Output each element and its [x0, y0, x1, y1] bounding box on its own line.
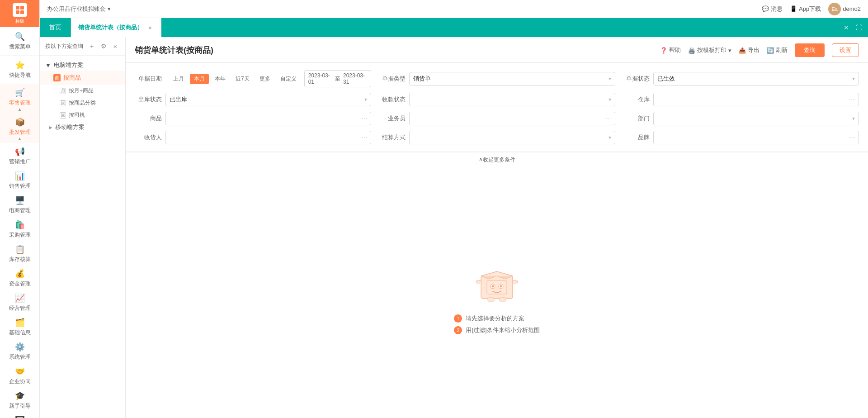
salesperson-more-icon[interactable]: ···: [605, 114, 611, 123]
date-week-btn[interactable]: 近7天: [231, 74, 254, 84]
message-btn[interactable]: 💬 消息: [762, 5, 783, 13]
date-end-value: 2023-03-31: [343, 72, 367, 85]
add-scheme-btn[interactable]: +: [87, 42, 96, 51]
sidebar-item-marketing[interactable]: 📢 营销推广: [0, 143, 40, 167]
sidebar-item-sales[interactable]: 📊 销售管理: [0, 167, 40, 192]
sidebar-inventory-label: 库存核算: [9, 256, 31, 263]
top-header: 办公用品行业模拟账套 ▾ 💬 消息 📱 App下载 Ea demo2: [40, 0, 868, 18]
date-range-input[interactable]: 2023-03-01 至 2023-03-31: [304, 70, 372, 87]
sidebar-basic-label: 基础信息: [9, 329, 31, 337]
doc-status-select[interactable]: 已生效 ▾: [653, 72, 859, 86]
goods-field: 商品 ···: [135, 112, 371, 125]
left-panel-title: 按以下方案查询: [45, 43, 85, 50]
warehouse-more-icon[interactable]: ···: [849, 95, 855, 104]
collapse-row[interactable]: ∧ 收起更多条件: [126, 152, 868, 167]
goods-more-icon[interactable]: ···: [361, 114, 367, 123]
settings-scheme-btn[interactable]: ⚙: [99, 42, 108, 51]
recipient-input[interactable]: ···: [165, 131, 371, 144]
tip1-num: 1: [454, 314, 462, 323]
sidebar-item-wholesale[interactable]: 📦 批发管理 ▲: [0, 114, 40, 143]
date-more-btn[interactable]: 更多: [255, 74, 274, 84]
sidebar-purchase-label: 采购管理: [9, 231, 31, 239]
sidebar-item-ecom[interactable]: 🖥️ 电商管理: [0, 192, 40, 216]
date-curr-btn[interactable]: 本月: [190, 74, 209, 84]
sidebar-item-purchase[interactable]: 🛍️ 采购管理: [0, 216, 40, 241]
sidebar-item-retail[interactable]: 🛒 零售管理 ▲: [0, 84, 40, 114]
tree-item-by-warehouse[interactable]: 回 按司机: [40, 109, 125, 121]
help-btn[interactable]: ❓ 帮助: [660, 46, 681, 54]
settings-button[interactable]: 设置: [832, 43, 859, 57]
brand-more-icon[interactable]: ···: [849, 133, 855, 142]
sidebar-item-apps[interactable]: 🔲 应用中心: [0, 412, 40, 418]
basic-icon: 🗂️: [15, 318, 25, 328]
export-label: 导出: [748, 46, 760, 54]
collapse-panel-btn[interactable]: «: [111, 42, 120, 51]
svg-rect-1: [20, 6, 24, 10]
settle-field: 结算方式 ▾: [378, 131, 615, 144]
date-prev-btn[interactable]: 上月: [169, 74, 188, 84]
goods-input-field[interactable]: [170, 115, 361, 122]
tab-home[interactable]: 首页: [40, 18, 71, 37]
mobile-section-header[interactable]: ▶ 移动端方案: [40, 121, 125, 133]
print-label: 按模板打印: [697, 46, 726, 54]
goods-input[interactable]: ···: [165, 112, 371, 125]
out-status-select[interactable]: 已出库 ▾: [165, 93, 371, 106]
query-button[interactable]: 查询: [795, 43, 825, 57]
warehouse-input-field[interactable]: [657, 96, 849, 103]
sidebar-item-guide[interactable]: 🎓 新手引导: [0, 387, 40, 412]
recipient-more-icon[interactable]: ···: [361, 133, 367, 142]
tab-bar: 首页 销货单统计表（按商品） × ✕ ⛶: [40, 18, 868, 37]
export-btn[interactable]: 📤 导出: [739, 46, 760, 54]
salesperson-input[interactable]: ···: [409, 112, 615, 125]
tree-item-by-goods[interactable]: 商 按商品: [40, 71, 125, 85]
sidebar-item-quick-nav[interactable]: ⭐ 快捷导航: [0, 56, 40, 84]
sidebar-item-ops[interactable]: 📈 经营管理: [0, 290, 40, 314]
sidebar-item-search[interactable]: 🔍 搜索菜单: [0, 27, 40, 56]
sidebar-item-corp[interactable]: 🤝 企业协同: [0, 363, 40, 387]
doc-type-select[interactable]: 销货单 ▾: [409, 72, 615, 86]
date-year-btn[interactable]: 本年: [211, 74, 230, 84]
industry-dropdown[interactable]: 办公用品行业模拟账套 ▾: [47, 5, 111, 13]
sidebar-system-label: 系统管理: [9, 353, 31, 361]
tab-current-label: 销货单统计表（按商品）: [78, 24, 143, 32]
print-btn[interactable]: 🖨️ 按模板打印 ▾: [688, 46, 731, 54]
goods-label: 商品: [135, 114, 162, 123]
dept-select[interactable]: ▾: [653, 112, 859, 125]
tree-item-by-category[interactable]: 回 按商品分类: [40, 97, 125, 109]
sidebar-item-finance[interactable]: 💰 资金管理: [0, 265, 40, 290]
sidebar-item-system[interactable]: ⚙️ 系统管理: [0, 338, 40, 363]
refresh-label: 刷新: [776, 46, 788, 54]
header-left: 办公用品行业模拟账套 ▾: [47, 5, 111, 13]
tip2-text: 用[过滤]条件来缩小分析范围: [466, 326, 539, 334]
doc-status-field: 单据状态 已生效 ▾: [623, 72, 859, 86]
tab-close-window-btn[interactable]: ✕: [841, 22, 852, 33]
pc-section-header[interactable]: ▼ 电脑端方案: [40, 59, 125, 71]
warehouse-input[interactable]: ···: [653, 93, 859, 106]
export-icon: 📤: [739, 47, 746, 54]
refresh-btn[interactable]: 🔄 刷新: [767, 46, 788, 54]
recipient-input-field[interactable]: [170, 134, 361, 141]
main-area: 办公用品行业模拟账套 ▾ 💬 消息 📱 App下载 Ea demo2 首页: [40, 0, 868, 418]
tab-close-btn[interactable]: ×: [146, 24, 154, 31]
tab-maximize-btn[interactable]: ⛶: [854, 22, 864, 33]
tree-item-by-month-goods[interactable]: 月 按月+商品: [40, 85, 125, 97]
sidebar-quicknav-label: 快捷导航: [9, 71, 31, 79]
salesperson-input-field[interactable]: [413, 115, 605, 122]
brand-input[interactable]: ···: [653, 131, 859, 144]
out-status-label: 出库状态: [135, 95, 162, 104]
settle-select[interactable]: ▾: [409, 131, 615, 144]
sidebar-ops-label: 经营管理: [9, 304, 31, 312]
brand-input-field[interactable]: [657, 134, 849, 141]
filter-row-4: 收货人 ··· 结算方式 ▾ 品牌: [135, 131, 859, 144]
date-quick-btns: 上月 本月 本年 近7天 更多 自定义: [169, 74, 301, 84]
user-menu[interactable]: Ea demo2: [828, 3, 861, 15]
tab-current[interactable]: 销货单统计表（按商品） ×: [71, 18, 161, 37]
date-custom-btn[interactable]: 自定义: [276, 74, 301, 84]
dept-arrow-icon: ▾: [852, 115, 855, 122]
page-title: 销货单统计表(按商品): [135, 45, 213, 61]
sidebar-item-inventory[interactable]: 📋 库存核算: [0, 241, 40, 265]
app-download-btn[interactable]: 📱 App下载: [790, 5, 821, 13]
sidebar-item-basic[interactable]: 🗂️ 基础信息: [0, 314, 40, 338]
receipt-status-select[interactable]: ▾: [409, 93, 615, 106]
recipient-label: 收货人: [135, 133, 162, 142]
